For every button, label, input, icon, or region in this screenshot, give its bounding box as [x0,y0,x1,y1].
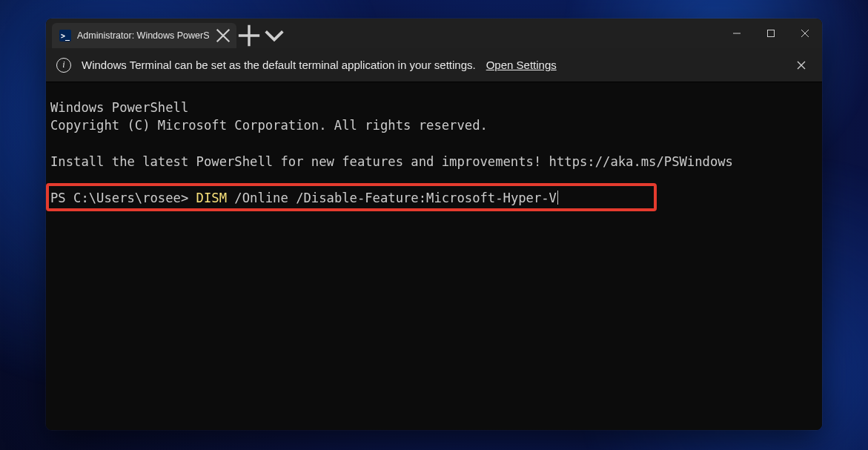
terminal-line: Copyright (C) Microsoft Corporation. All… [50,116,818,134]
close-tab-button[interactable] [216,28,231,43]
minimize-button[interactable] [720,19,754,48]
terminal-prompt-line: PS C:\Users\rosee> DISM /Online /Disable… [50,189,818,207]
text-cursor [557,191,559,205]
prompt-text: PS C:\Users\rosee> [50,191,196,205]
command-text: DISM [196,191,227,205]
open-settings-link[interactable]: Open Settings [486,59,557,71]
powershell-icon: >_ [59,30,71,42]
terminal-line: Windows PowerShell [50,99,818,116]
new-tab-button[interactable] [236,23,262,48]
tab-dropdown-button[interactable] [262,23,287,48]
terminal-line [50,171,818,189]
command-args: /Online /Disable-Feature:Microsoft-Hyper… [227,191,557,205]
terminal-body[interactable]: Windows PowerShell Copyright (C) Microso… [46,82,822,430]
window-controls [720,19,822,48]
svg-rect-0 [768,30,775,37]
info-icon: i [56,58,71,73]
terminal-line [50,135,818,153]
infobar-close-button[interactable] [791,55,812,76]
tab-title: Administrator: Windows PowerS [77,30,210,41]
maximize-button[interactable] [754,19,788,48]
terminal-line: Install the latest PowerShell for new fe… [50,153,818,171]
tab-powershell[interactable]: >_ Administrator: Windows PowerS [52,23,236,48]
infobar-message: Windows Terminal can be set as the defau… [82,59,476,71]
tabstrip: >_ Administrator: Windows PowerS [46,19,287,48]
terminal-window: >_ Administrator: Windows PowerS [46,19,822,430]
titlebar[interactable]: >_ Administrator: Windows PowerS [46,19,822,48]
close-window-button[interactable] [788,19,822,48]
default-terminal-infobar: i Windows Terminal can be set as the def… [46,48,822,82]
